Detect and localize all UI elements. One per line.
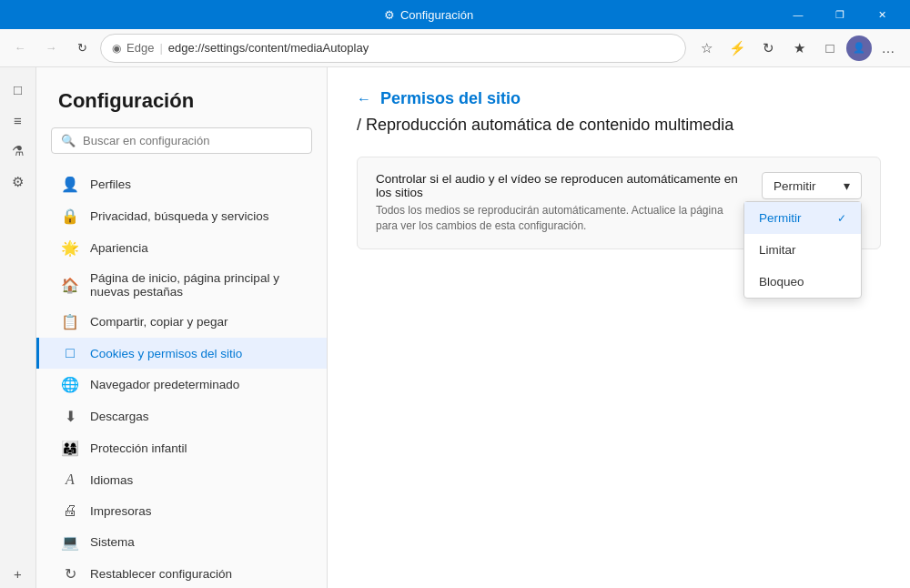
edge-bar-icon[interactable]: ⚡ — [723, 34, 752, 63]
dropdown-selected-label: Permitir — [774, 179, 816, 193]
maximize-button[interactable]: ❐ — [819, 0, 861, 29]
sidebar-item-label: Descargas — [90, 410, 149, 423]
dropdown-item-label: Limitar — [759, 243, 796, 257]
dropdown-item-bloqueo[interactable]: Bloqueo — [744, 266, 861, 298]
impresoras-icon: 🖨 — [61, 502, 79, 519]
inicio-icon: 🏠 — [61, 277, 79, 294]
address-bar[interactable]: ◉ Edge | edge://settings/content/mediaAu… — [100, 34, 686, 63]
dropdown-chevron-icon: ▾ — [844, 178, 850, 193]
descargas-icon: ⬇ — [61, 408, 79, 425]
save-icon[interactable]: ★ — [784, 34, 814, 63]
sidebar-item-inicio[interactable]: 🏠 Página de inicio, página principal y n… — [36, 264, 327, 306]
sidebar-item-apariencia[interactable]: 🌟 Apariencia — [36, 232, 327, 264]
restablecer-icon: ↻ — [61, 565, 79, 583]
tabs-icon[interactable]: □ — [4, 75, 33, 104]
navegador-icon: 🌐 — [61, 376, 79, 393]
share-icon[interactable]: □ — [815, 34, 844, 63]
sidebar-item-impresoras[interactable]: 🖨 Impresoras — [36, 495, 327, 526]
icon-bar: □ ≡ ⚗ ⚙ + — [0, 67, 36, 588]
sidebar-item-sistema[interactable]: 💻 Sistema — [36, 526, 327, 558]
minimize-button[interactable]: — — [777, 0, 819, 29]
titlebar: ⚙ Configuración — ❐ ✕ — [0, 0, 910, 29]
toolbar-icons: ☆ ⚡ ↻ ★ □ 👤 … — [692, 34, 903, 63]
edge-brand-label: Edge — [126, 41, 154, 55]
perfiles-icon: 👤 — [61, 176, 79, 193]
sidebar-item-label: Perfiles — [90, 177, 131, 191]
privacidad-icon: 🔒 — [61, 208, 79, 225]
idiomas-icon: A — [61, 471, 79, 488]
sidebar-item-label: Apariencia — [90, 241, 148, 255]
sidebar-item-label: Navegador predeterminado — [90, 378, 239, 391]
sidebar-item-compartir[interactable]: 📋 Compartir, copiar y pegar — [36, 306, 327, 338]
sidebar-item-perfiles[interactable]: 👤 Perfiles — [36, 168, 327, 200]
page-title: / Reproducción automática de contenido m… — [357, 116, 881, 135]
sidebar-item-label: Cookies y permisos del sitio — [90, 347, 242, 360]
titlebar-controls: — ❐ ✕ — [777, 0, 903, 29]
sidebar-item-label: Idiomas — [90, 473, 133, 487]
content-area: ← Permisos del sitio / Reproducción auto… — [328, 67, 910, 588]
sidebar-item-privacidad[interactable]: 🔒 Privacidad, búsqueda y servicios — [36, 200, 327, 232]
setting-description: Todos los medios se reproducirán automát… — [376, 203, 747, 234]
address-separator: | — [159, 41, 162, 55]
sidebar-item-label: Privacidad, búsqueda y servicios — [90, 209, 269, 223]
sidebar-item-navegador[interactable]: 🌐 Navegador predeterminado — [36, 369, 327, 400]
dropdown-item-permitir[interactable]: Permitir ✓ — [744, 202, 861, 234]
sidebar-item-label: Compartir, copiar y pegar — [90, 315, 228, 329]
labs-icon[interactable]: ⚗ — [4, 137, 33, 166]
sidebar: Configuración 🔍 👤 Perfiles 🔒 Privacidad,… — [36, 67, 328, 588]
dropdown-button[interactable]: Permitir ▾ — [762, 172, 862, 199]
dropdown-container: Permitir ▾ Permitir ✓ Limitar Bloqueo — [762, 172, 862, 199]
sidebar-item-label: Sistema — [90, 535, 135, 549]
apariencia-icon: 🌟 — [61, 239, 79, 257]
history-icon[interactable]: ≡ — [4, 106, 33, 135]
compartir-icon: 📋 — [61, 313, 79, 330]
sidebar-item-label: Protección infantil — [90, 441, 187, 455]
sidebar-item-label: Impresoras — [90, 504, 152, 518]
settings-sidebar-icon[interactable]: ⚙ — [4, 167, 33, 197]
collections-icon[interactable]: ↻ — [753, 34, 783, 63]
favorites-icon[interactable]: ☆ — [692, 34, 721, 63]
address-text: edge://settings/content/mediaAutoplay — [168, 41, 369, 55]
titlebar-center: ⚙ Configuración — [384, 8, 473, 22]
sidebar-item-restablecer[interactable]: ↻ Restablecer configuración — [36, 558, 327, 588]
sidebar-item-idiomas[interactable]: A Idiomas — [36, 464, 327, 495]
sidebar-item-proteccion[interactable]: 👨‍👩‍👧 Protección infantil — [36, 432, 327, 464]
edge-brand-icon: ◉ — [112, 42, 121, 55]
breadcrumb-link[interactable]: Permisos del sitio — [380, 89, 521, 108]
sidebar-item-descargas[interactable]: ⬇ Descargas — [36, 400, 327, 432]
main-layout: □ ≡ ⚗ ⚙ + Configuración 🔍 👤 Perfiles 🔒 P… — [0, 67, 910, 588]
proteccion-icon: 👨‍👩‍👧 — [61, 440, 79, 457]
dropdown-menu: Permitir ✓ Limitar Bloqueo — [743, 201, 862, 299]
dropdown-item-label: Bloqueo — [759, 275, 804, 289]
sidebar-item-label: Restablecer configuración — [90, 567, 232, 581]
sidebar-title: Configuración — [36, 89, 327, 127]
breadcrumb: ← Permisos del sitio — [357, 89, 881, 108]
reload-button[interactable]: ↻ — [69, 35, 95, 61]
browser-chrome: ← → ↻ ◉ Edge | edge://settings/content/m… — [0, 29, 910, 67]
setting-row: Controlar si el audio y el vídeo se repr… — [357, 157, 881, 249]
back-button[interactable]: ← — [7, 35, 33, 61]
cookies-icon: □ — [61, 345, 79, 361]
checkmark-icon: ✓ — [837, 212, 846, 225]
back-arrow[interactable]: ← — [357, 91, 371, 107]
close-button[interactable]: ✕ — [861, 0, 903, 29]
search-icon: 🔍 — [61, 134, 76, 147]
sidebar-item-cookies[interactable]: □ Cookies y permisos del sitio — [36, 338, 327, 369]
search-box[interactable]: 🔍 — [51, 127, 312, 154]
setting-text: Controlar si el audio y el vídeo se repr… — [376, 172, 747, 234]
sidebar-item-label: Página de inicio, página principal y nue… — [90, 271, 305, 299]
dropdown-item-label: Permitir — [759, 211, 802, 225]
dropdown-item-limitar[interactable]: Limitar — [744, 234, 861, 266]
setting-label: Controlar si el audio y el vídeo se repr… — [376, 172, 747, 199]
titlebar-title: Configuración — [400, 8, 473, 22]
sistema-icon: 💻 — [61, 533, 79, 551]
add-sidebar-icon[interactable]: + — [4, 559, 33, 588]
more-button[interactable]: … — [874, 34, 903, 63]
avatar[interactable]: 👤 — [846, 35, 872, 61]
titlebar-icon: ⚙ — [384, 8, 395, 22]
forward-button[interactable]: → — [38, 35, 64, 61]
search-input[interactable] — [83, 134, 302, 147]
